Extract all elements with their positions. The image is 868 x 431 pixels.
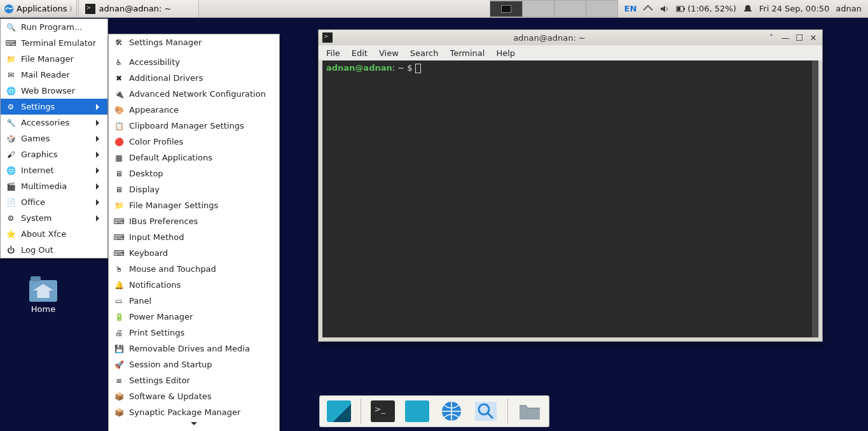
submenu-item-software-updates[interactable]: 📦Software & Updates (109, 388, 279, 404)
taskbar-title: adnan@adnan: ~ (99, 4, 172, 13)
applications-menu-button[interactable]: Applications ⁞ (0, 0, 77, 17)
menu-item-file-manager[interactable]: 📁File Manager (1, 51, 107, 67)
system-tray: EN (1:06, 52%) Fri 24 Sep, 00:50 adnan (618, 0, 868, 17)
submenu-scroll-down-icon[interactable] (109, 420, 279, 429)
terminal-titlebar[interactable]: adnan@adnan: ~ ˆ — ☐ ✕ (319, 30, 822, 45)
submenu-item-label: Clipboard Manager Settings (129, 121, 244, 131)
menu-item-web-browser[interactable]: 🌐Web Browser (1, 83, 107, 99)
submenu-item-session-and-startup[interactable]: 🚀Session and Startup (109, 357, 279, 372)
battery-indicator[interactable]: (1:06, 52%) (676, 4, 736, 14)
submenu-item-appearance[interactable]: 🎨Appearance (109, 102, 279, 118)
volume-icon[interactable] (659, 4, 670, 14)
submenu-item-advanced-network-configuration[interactable]: 🔌Advanced Network Configuration (109, 86, 279, 102)
submenu-item-display[interactable]: 🖥Display (109, 181, 279, 197)
submenu-item-label: Default Applications (129, 153, 212, 162)
submenu-item-desktop[interactable]: 🖥Desktop (109, 166, 279, 181)
close-button[interactable]: ✕ (808, 32, 818, 43)
notifications-bell-icon[interactable] (743, 4, 753, 14)
submenu-item-settings-manager[interactable]: 🛠Settings Manager (109, 34, 279, 50)
menu-item-label: Office (21, 197, 45, 207)
settings-manager-icon: 🛠 (114, 38, 124, 48)
menu-item-about-xfce[interactable]: ⭐About Xfce (1, 226, 107, 242)
menu-item-settings[interactable]: ⚙Settings (1, 99, 107, 115)
menu-help[interactable]: Help (496, 48, 515, 58)
color-icon: 🔴 (114, 137, 124, 147)
submenu-item-input-method[interactable]: ⌨Input Method (109, 229, 279, 245)
dock-show-desktop[interactable] (325, 399, 353, 424)
submenu-item-notifications[interactable]: 🔔Notifications (109, 277, 279, 293)
menu-item-office[interactable]: 📄Office (1, 194, 107, 210)
menu-search[interactable]: Search (410, 48, 439, 58)
desktop-home-icon[interactable]: Home (29, 280, 57, 314)
user-label[interactable]: adnan (836, 4, 862, 13)
menu-file[interactable]: File (326, 48, 340, 58)
menu-item-accessories[interactable]: 🔧Accessories (1, 115, 107, 131)
submenu-item-power-manager[interactable]: 🔋Power Manager (109, 309, 279, 325)
menu-item-internet[interactable]: 🌐Internet (1, 162, 107, 178)
submenu-item-ibus-preferences[interactable]: ⌨IBus Preferences (109, 213, 279, 229)
notifications-icon: 🔔 (114, 280, 124, 290)
dock-web-browser[interactable] (437, 399, 465, 424)
drivers-icon: ✖ (114, 73, 124, 83)
submenu-item-clipboard-manager-settings[interactable]: 📋Clipboard Manager Settings (109, 118, 279, 134)
submenu-item-label: Input Method (129, 232, 184, 242)
network-icon: 🔌 (114, 89, 124, 99)
submenu-item-label: File Manager Settings (129, 201, 218, 210)
menu-item-games[interactable]: 🎲Games (1, 131, 107, 146)
menu-view[interactable]: View (379, 48, 399, 58)
submenu-item-removable-drives-and-media[interactable]: 💾Removable Drives and Media (109, 341, 279, 357)
folder-icon (518, 400, 542, 422)
menu-item-label: System (21, 213, 52, 223)
keyboard-layout-indicator[interactable]: EN (624, 4, 637, 13)
submenu-item-color-profiles[interactable]: 🔴Color Profiles (109, 134, 279, 150)
taskbar-terminal-button[interactable]: adnan@adnan: ~ (78, 0, 199, 17)
workspace-4[interactable] (586, 1, 617, 17)
clock[interactable]: Fri 24 Sep, 00:50 (759, 4, 830, 13)
submenu-item-panel[interactable]: ▭Panel (109, 293, 279, 309)
menu-item-run-program[interactable]: 🔍Run Program... (1, 19, 107, 35)
games-icon: 🎲 (6, 134, 16, 144)
minimize-button[interactable]: — (780, 32, 790, 43)
terminal-body[interactable]: adnan@adnan: ~ $ (322, 60, 818, 337)
submenu-item-accessibility[interactable]: ♿Accessibility (109, 54, 279, 70)
terminal-scrollbar[interactable] (812, 60, 818, 337)
menu-item-label: Multimedia (21, 181, 67, 191)
office-icon: 📄 (6, 197, 16, 208)
session-icon: 🚀 (114, 360, 124, 370)
dock-terminal[interactable]: >_ (369, 399, 397, 424)
submenu-item-additional-drivers[interactable]: ✖Additional Drivers (109, 70, 279, 86)
menu-terminal[interactable]: Terminal (450, 48, 485, 58)
network-icon[interactable] (643, 4, 653, 14)
menu-edit[interactable]: Edit (352, 48, 368, 58)
input-icon: ⌨ (114, 232, 124, 243)
menu-item-system[interactable]: ⚙System (1, 210, 107, 226)
maximize-button[interactable]: ☐ (794, 32, 804, 43)
submenu-item-label: Removable Drives and Media (129, 344, 250, 353)
submenu-item-synaptic-package-manager[interactable]: 📦Synaptic Package Manager (109, 404, 279, 420)
dock-home-folder[interactable] (516, 399, 544, 424)
submenu-item-label: IBus Preferences (129, 216, 198, 226)
menu-item-multimedia[interactable]: 🎬Multimedia (1, 178, 107, 194)
menu-item-log-out[interactable]: ⏻Log Out (1, 242, 107, 258)
folder-icon (29, 280, 57, 302)
menu-item-label: Graphics (21, 150, 57, 159)
battery-icon (676, 4, 686, 14)
panel-icon: ▭ (114, 296, 124, 306)
workspace-switcher[interactable] (490, 0, 618, 17)
workspace-1[interactable] (490, 1, 522, 17)
dock-file-manager[interactable] (403, 399, 431, 424)
submenu-item-default-applications[interactable]: ▦Default Applications (109, 150, 279, 166)
dock-app-finder[interactable] (472, 399, 500, 424)
workspace-3[interactable] (554, 1, 586, 17)
submenu-item-file-manager-settings[interactable]: 📁File Manager Settings (109, 197, 279, 213)
menu-item-graphics[interactable]: 🖌Graphics (1, 146, 107, 162)
workspace-2[interactable] (522, 1, 554, 17)
submenu-item-print-settings[interactable]: 🖨Print Settings (109, 325, 279, 341)
submenu-item-mouse-and-touchpad[interactable]: 🖱Mouse and Touchpad (109, 261, 279, 277)
menu-item-terminal-emulator[interactable]: ⌨Terminal Emulator (1, 35, 107, 51)
submenu-item-settings-editor[interactable]: ≡Settings Editor (109, 372, 279, 388)
menu-item-mail-reader[interactable]: ✉Mail Reader (1, 67, 107, 83)
clipboard-icon: 📋 (114, 121, 124, 131)
rollup-button[interactable]: ˆ (766, 32, 776, 43)
submenu-item-keyboard[interactable]: ⌨Keyboard (109, 245, 279, 261)
